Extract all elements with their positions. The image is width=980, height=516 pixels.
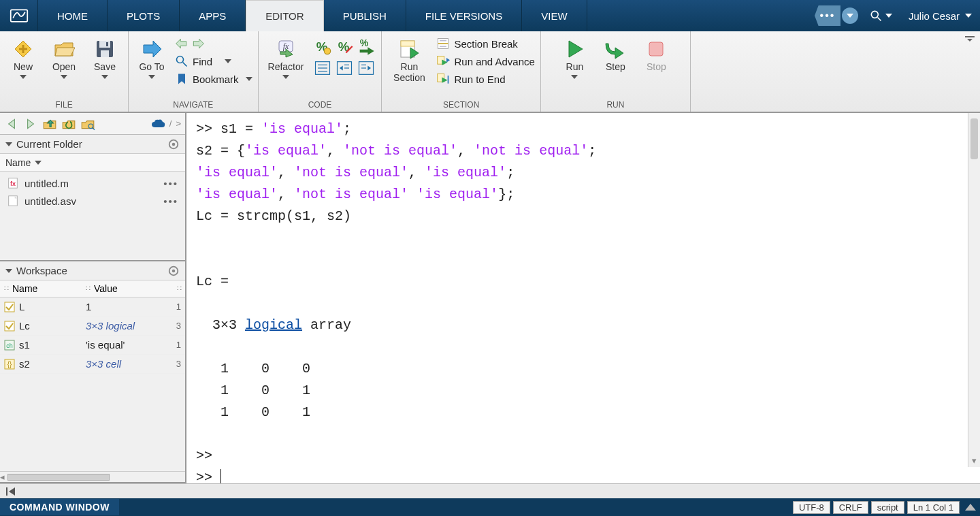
scrollbar-thumb[interactable] (970, 118, 978, 159)
help-button[interactable] (842, 7, 858, 24)
goto-button[interactable]: Go To (134, 35, 169, 82)
nav-forward-icon[interactable] (23, 116, 38, 131)
file-menu-icon[interactable]: ••• (163, 195, 178, 207)
ws-col-more[interactable]: ∷ (173, 280, 185, 297)
path-chevron[interactable]: > (176, 118, 181, 129)
user-menu[interactable]: Julio Cesar (909, 10, 972, 22)
chevron-down-icon (20, 75, 27, 79)
outdent-button[interactable] (335, 59, 354, 78)
stop-button[interactable]: Stop (638, 35, 674, 75)
svg-rect-34 (401, 41, 414, 46)
run-to-end-button[interactable]: Run to End (436, 72, 534, 86)
path-separator: / (169, 118, 172, 129)
ws-var-value[interactable]: 1 (82, 297, 173, 317)
ws-col-name[interactable]: ∷Name (0, 280, 82, 297)
tab-apps[interactable]: APPS (180, 0, 246, 31)
save-label: Save (94, 61, 116, 72)
step-label: Step (606, 61, 625, 72)
tab-view[interactable]: VIEW (522, 0, 587, 31)
collapse-toolstrip-button[interactable] (964, 34, 976, 41)
main-tabs: HOME PLOTS APPS EDITOR PUBLISH FILE VERS… (38, 0, 806, 31)
tab-editor[interactable]: EDITOR (246, 0, 323, 31)
status-eol[interactable]: CRLF (833, 501, 868, 514)
tab-home[interactable]: HOME (38, 0, 108, 31)
step-button[interactable]: Step (598, 35, 633, 75)
app-logo[interactable] (0, 0, 38, 31)
gear-icon[interactable] (167, 138, 180, 150)
workspace-hscroll[interactable]: ◂ (0, 471, 185, 482)
ws-var-name[interactable]: {}s2 (0, 355, 82, 374)
chevron-down-icon (101, 75, 108, 79)
current-folder-panel: Current Folder Name fx untitled.m ••• un… (0, 135, 185, 261)
gear-icon[interactable] (167, 265, 180, 277)
restore-down-icon[interactable] (965, 504, 976, 511)
indent-button[interactable] (313, 59, 332, 78)
tab-file-versions[interactable]: FILE VERSIONS (406, 0, 522, 31)
svg-marker-66 (9, 487, 15, 496)
section-break-label: Section Break (454, 38, 517, 50)
ws-var-name[interactable]: L (0, 297, 82, 317)
file-row[interactable]: untitled.asv ••• (0, 192, 185, 210)
open-button[interactable]: Open (46, 35, 82, 82)
more-actions[interactable]: ••• (815, 5, 840, 26)
run-advance-button[interactable]: Run and Advance (436, 54, 534, 68)
find-button[interactable]: Find (175, 54, 252, 68)
refresh-folder-icon[interactable] (61, 116, 76, 131)
uncomment-button[interactable]: % (335, 37, 354, 56)
nav-back-icon[interactable] (4, 116, 19, 131)
run-section-button[interactable]: Run Section (387, 35, 431, 86)
logical-icon (4, 302, 15, 312)
browse-folder-icon[interactable] (80, 116, 95, 131)
left-panels: / > Current Folder Name fx untitled.m ••… (0, 113, 186, 483)
nav-forward-button[interactable] (191, 37, 205, 50)
indent-right-button[interactable] (357, 59, 376, 78)
file-menu-icon[interactable]: ••• (163, 178, 178, 189)
toolstrip-group-file: New Open Save FILE (0, 31, 129, 112)
status-mode[interactable]: script (871, 501, 904, 514)
search-icon[interactable] (869, 9, 883, 22)
ws-var-value[interactable]: 3×3 logical (82, 317, 173, 336)
svg-line-2 (877, 18, 881, 21)
current-folder-header[interactable]: Current Folder (0, 135, 185, 154)
current-folder-title: Current Folder (16, 138, 82, 150)
workspace-header[interactable]: Workspace (0, 261, 185, 280)
tab-publish[interactable]: PUBLISH (324, 0, 406, 31)
file-list: fx untitled.m ••• untitled.asv ••• (0, 172, 185, 212)
vertical-scrollbar[interactable]: ▾ (968, 113, 980, 467)
run-button[interactable]: Run (557, 35, 592, 82)
ws-col-value[interactable]: ∷Value (82, 280, 173, 297)
ws-var-name[interactable]: chs1 (0, 336, 82, 355)
refactor-button[interactable]: fx Refactor (264, 35, 308, 82)
cloud-icon[interactable] (150, 116, 165, 131)
code-output[interactable]: >> s1 = 'is equal'; s2 = {'is equal', 'n… (186, 113, 980, 483)
nav-back-button[interactable] (175, 37, 189, 50)
wrap-comment-button[interactable]: % (357, 37, 376, 56)
status-encoding[interactable]: UTF-8 (793, 501, 830, 514)
scrollbar-thumb[interactable] (7, 474, 110, 481)
tab-plots[interactable]: PLOTS (108, 0, 180, 31)
collapse-icon (5, 269, 12, 273)
new-label: New (14, 61, 33, 72)
up-folder-icon[interactable] (42, 116, 57, 131)
bookmark-button[interactable]: Bookmark (175, 72, 252, 86)
file-row[interactable]: fx untitled.m ••• (0, 174, 185, 192)
section-break-button[interactable]: Section Break (436, 37, 534, 50)
ws-var-value[interactable]: 'is equal' (82, 336, 173, 355)
command-window-tab[interactable]: COMMAND WINDOW (0, 499, 119, 515)
ws-var-name[interactable]: Lc (0, 317, 82, 336)
search-dropdown[interactable] (885, 14, 892, 18)
comment-button[interactable]: % (313, 37, 332, 56)
scroll-down-icon[interactable]: ▾ (970, 455, 978, 466)
collapse-icon (5, 142, 12, 146)
svg-marker-44 (442, 78, 448, 83)
new-button[interactable]: New (5, 35, 41, 82)
command-window[interactable]: >> s1 = 'is equal'; s2 = {'is equal', 'n… (186, 113, 980, 483)
status-position[interactable]: Ln 1 Col 1 (907, 501, 960, 514)
current-folder-columns[interactable]: Name (0, 154, 185, 172)
logical-type-link[interactable]: logical (245, 317, 302, 333)
ws-var-value[interactable]: 3×3 cell (82, 355, 173, 374)
go-first-button[interactable] (4, 486, 18, 497)
run-section-label: Run Section (393, 61, 425, 83)
save-button[interactable]: Save (87, 35, 122, 82)
bookmark-label: Bookmark (193, 74, 239, 85)
